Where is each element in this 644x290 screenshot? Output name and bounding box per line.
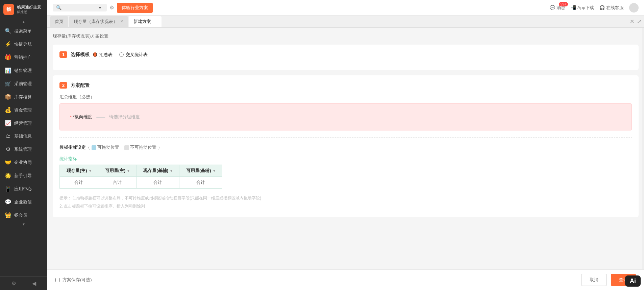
dimension-label: *纵向维度 <box>73 114 92 120</box>
tab-inventory-close[interactable]: ✕ <box>120 19 123 24</box>
app-download-button[interactable]: 📲 App下载 <box>571 5 594 11</box>
dimension-section-title: 汇总维度（必选） <box>59 94 632 100</box>
topbar-search-box[interactable]: 🔍 ▼ <box>53 4 107 11</box>
step1-card: 1 选择模板 汇总表 交叉统计表 <box>53 45 639 70</box>
crown-icon: 👑 <box>5 212 11 218</box>
tab-home[interactable]: 首页 <box>50 16 68 27</box>
tab-inventory-label: 现存量（库存状况表） <box>74 19 118 25</box>
radio-summary[interactable]: 汇总表 <box>93 52 113 58</box>
save-checkbox[interactable]: 方案保存(可选) <box>55 277 92 283</box>
tab-home-label: 首页 <box>55 19 64 25</box>
sidebar-item-wechat[interactable]: 💬 企业微信 <box>0 195 47 209</box>
sidebar-item-label: 采购管理 <box>14 81 32 87</box>
sidebar-item-sales[interactable]: 📊 销售管理 <box>0 64 47 77</box>
tab-new-scheme[interactable]: 新建方案 ✕ <box>129 16 162 27</box>
draggable-label: 可拖动位置 <box>97 145 119 150</box>
radio-summary-label: 汇总表 <box>99 52 113 58</box>
sidebar-scroll-down[interactable]: ▼ <box>0 222 47 227</box>
sidebar-item-label: 系统管理 <box>14 146 32 152</box>
table-header-2[interactable]: 现存量(基辅) ▾ <box>137 165 179 177</box>
table-header-1[interactable]: 可用量(主) ▾ <box>98 165 137 177</box>
online-service-button[interactable]: 🎧 在线客服 <box>599 5 624 11</box>
search-icon: 🔍 <box>56 5 61 10</box>
money-icon: 💰 <box>5 107 11 113</box>
resize-handle[interactable] <box>642 28 644 269</box>
sidebar-logo: 畅 畅康通好生意 标准版 <box>0 0 47 19</box>
sidebar-item-label: 应用中心 <box>14 186 32 192</box>
industry-solution-button[interactable]: 体验行业方案 <box>117 3 153 13</box>
table-cell-1: 合计 <box>98 177 137 189</box>
sidebar-item-search[interactable]: 🔍 搜索菜单 <box>0 24 47 38</box>
chevron-down-icon-3[interactable]: ▾ <box>213 169 215 173</box>
settings-icon[interactable]: ⚙ <box>11 280 16 287</box>
sidebar-item-label: 基础信息 <box>14 133 32 139</box>
content-area: 现存量(库存状况表)方案设置 1 选择模板 汇总表 交叉统计表 <box>47 28 644 269</box>
radio-summary-input[interactable] <box>93 52 97 57</box>
chevron-down-icon-0[interactable]: ▾ <box>89 169 91 173</box>
sidebar-item-basicinfo[interactable]: 🗂 基础信息 <box>0 130 47 143</box>
topbar: 🔍 ▼ ⚙ 体验行业方案 💬 消息 99+ 📲 App下载 🎧 在线客服 <box>47 0 644 16</box>
sidebar-item-purchase[interactable]: 🛒 采购管理 <box>0 77 47 90</box>
tip-2: 2. 点击标题栏下拉可设置排序、插入列和删除列 <box>59 202 632 210</box>
messages-badge: 99+ <box>559 2 568 6</box>
sidebar-item-marketing[interactable]: 🎁 营销推广 <box>0 51 47 64</box>
chart-icon: 📊 <box>5 67 11 74</box>
window-close-icon[interactable]: ✕ <box>630 18 634 25</box>
sidebar-item-enterprise[interactable]: 🤝 企业协同 <box>0 156 47 169</box>
chevron-down-icon-2[interactable]: ▾ <box>170 169 172 173</box>
header-label-2: 现存量(基辅) <box>143 168 168 174</box>
table-header-0[interactable]: 现存量(主) ▾ <box>60 165 98 177</box>
headset-icon: 🎧 <box>599 5 605 10</box>
dimension-dash: —— <box>96 115 105 120</box>
table-cell-0: 合计 <box>60 177 98 189</box>
chevron-down-icon-1[interactable]: ▾ <box>127 169 129 173</box>
messages-button[interactable]: 💬 消息 99+ <box>550 5 565 11</box>
mobile-icon: 📱 <box>5 186 11 192</box>
save-checkbox-input[interactable] <box>55 278 60 282</box>
sidebar-item-quicknav[interactable]: ⚡ 快捷导航 <box>0 38 47 51</box>
handshake-icon: 🤝 <box>5 159 11 166</box>
user-avatar[interactable] <box>629 3 639 13</box>
folder-icon: 🗂 <box>5 133 11 139</box>
radio-cross-input[interactable] <box>119 52 124 57</box>
tab-new-scheme-label: 新建方案 <box>133 19 151 25</box>
window-expand-icon[interactable]: ⤢ <box>637 18 641 25</box>
tab-inventory[interactable]: 现存量（库存状况表） ✕ <box>69 16 128 27</box>
sidebar-item-finance[interactable]: 💰 资金管理 <box>0 103 47 117</box>
save-checkbox-label: 方案保存(可选) <box>63 277 92 283</box>
sidebar-item-operations[interactable]: 📈 经营管理 <box>0 117 47 130</box>
star-icon: 🌟 <box>5 172 11 179</box>
sidebar-item-label: 快捷导航 <box>14 41 32 47</box>
sidebar: 畅 畅康通好生意 标准版 ▲ 🔍 搜索菜单 ⚡ 快捷导航 🎁 营销推广 📊 销售… <box>0 0 47 290</box>
radio-cross[interactable]: 交叉统计表 <box>119 52 148 58</box>
trending-icon: 📈 <box>5 120 11 126</box>
sidebar-item-label: 库存核算 <box>14 94 32 100</box>
sidebar-item-newuser[interactable]: 🌟 新手引导 <box>0 169 47 182</box>
sidebar-item-appcenter[interactable]: 📱 应用中心 <box>0 182 47 195</box>
topbar-settings-icon[interactable]: ⚙ <box>109 4 114 11</box>
dropdown-icon[interactable]: ▼ <box>98 5 102 10</box>
gear-icon: ⚙ <box>5 146 11 152</box>
tab-new-scheme-close[interactable]: ✕ <box>154 19 157 24</box>
sidebar-item-inventory[interactable]: 📦 库存核算 <box>0 90 47 103</box>
radio-cross-label: 交叉统计表 <box>126 52 148 58</box>
sidebar-scroll-up[interactable]: ▲ <box>0 19 47 24</box>
cancel-button[interactable]: 取消 <box>581 274 607 286</box>
search-input[interactable] <box>63 5 97 10</box>
sidebar-item-label: 资金管理 <box>14 107 32 113</box>
table-header-3[interactable]: 可用量(基辅) ▾ <box>179 165 222 177</box>
template-radio-group: 汇总表 交叉统计表 <box>93 52 148 58</box>
collapse-icon[interactable]: ◀ <box>32 280 36 287</box>
sidebar-item-label: 营销推广 <box>14 54 32 61</box>
page-title: 现存量(库存状况表)方案设置 <box>53 33 639 39</box>
stats-table: 现存量(主) ▾ 可用量(主) ▾ 现存量(基辅 <box>59 165 222 189</box>
step1-header: 1 选择模板 汇总表 交叉统计表 <box>59 51 632 58</box>
topbar-right: 💬 消息 99+ 📲 App下载 🎧 在线客服 <box>550 3 639 13</box>
header-label-1: 可用量(主) <box>105 168 126 174</box>
non-draggable-badge <box>124 145 129 150</box>
step1-label: 选择模板 <box>71 52 90 58</box>
app-download-label: App下载 <box>577 5 594 11</box>
sidebar-item-member[interactable]: 👑 畅会员 <box>0 209 47 222</box>
dimension-area[interactable]: * *纵向维度 —— 请选择分组维度 <box>59 103 632 130</box>
sidebar-item-system[interactable]: ⚙ 系统管理 <box>0 143 47 156</box>
